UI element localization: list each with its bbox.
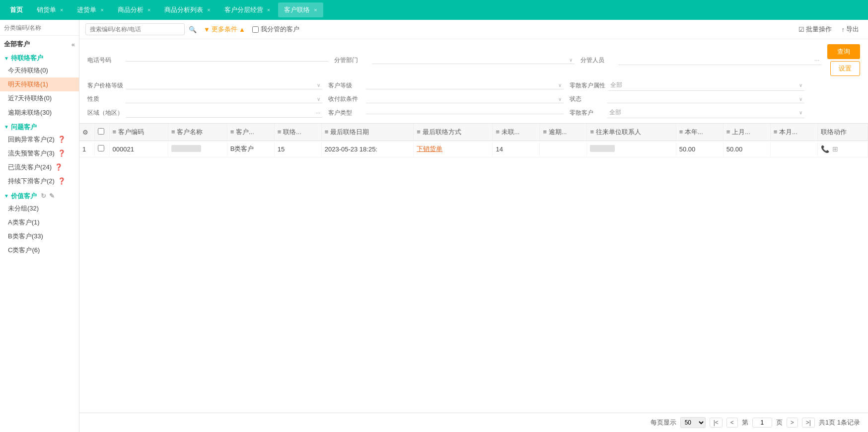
payment-select[interactable]: ∨ xyxy=(366,95,563,103)
nav-purchase[interactable]: 进货单 × xyxy=(71,2,109,17)
table-header-row: ⚙ ≡ 客户编码 ≡ 客户名称 ≡ 客户... ≡ 联络... ≡ 最后联络日期… xyxy=(79,124,868,141)
close-sales-icon[interactable]: × xyxy=(60,7,63,13)
first-page-button[interactable]: |< xyxy=(710,418,723,428)
phone-label: 电话号码 xyxy=(87,56,122,65)
customer-table: ⚙ ≡ 客户编码 ≡ 客户名称 ≡ 客户... ≡ 联络... ≡ 最后联络日期… xyxy=(79,124,868,157)
sidebar-item-overdue-contact[interactable]: 逾期未联络(30) xyxy=(0,106,79,120)
col-last-contact-date[interactable]: ≡ 最后联络日期 xyxy=(321,124,414,141)
sidebar-item-churned[interactable]: 已流失客户(24) ❓ xyxy=(0,160,79,174)
status-select[interactable]: ∨ xyxy=(607,95,804,103)
field-customer-type: 客户类型 xyxy=(328,109,563,117)
nav-goods-analysis-list[interactable]: 商品分析列表 × xyxy=(158,2,216,17)
close-customer-layer-icon[interactable]: × xyxy=(267,7,270,13)
row-checkbox[interactable] xyxy=(98,145,104,151)
col-last-month[interactable]: ≡ 上月... xyxy=(723,124,770,141)
retail-attr-arrow-icon: ∨ xyxy=(799,82,802,88)
filter-row-4: 区域（地区） ··· 客户类型 零散客户 全部 ∨ xyxy=(87,107,860,118)
col-company-contact[interactable]: ≡ 往来单位联系人 xyxy=(587,124,676,141)
cell-checkbox[interactable] xyxy=(94,141,109,157)
last-page-button[interactable]: >| xyxy=(802,418,815,428)
field-status: 状态 ∨ xyxy=(570,95,804,103)
manager-input[interactable]: ··· xyxy=(618,56,821,65)
prev-page-button[interactable]: < xyxy=(726,418,738,428)
customer-level-select[interactable]: ∨ xyxy=(366,81,563,89)
nav-customer-contact[interactable]: 客户联络 × xyxy=(278,2,323,17)
search-input[interactable] xyxy=(85,23,185,35)
cell-code: 000021 xyxy=(109,141,168,157)
col-this-month[interactable]: ≡ 本月... xyxy=(770,124,817,141)
col-last-contact-method[interactable]: ≡ 最后联络方式 xyxy=(414,124,493,141)
col-name[interactable]: ≡ 客户名称 xyxy=(168,124,227,141)
sidebar-item-repurchase-abnormal[interactable]: 回购异常客户(2) ❓ xyxy=(0,133,79,146)
sidebar-item-7days-contact[interactable]: 近7天待联络(0) xyxy=(0,91,79,105)
question-icon-2: ❓ xyxy=(58,149,66,157)
nav-home[interactable]: 首页 xyxy=(4,2,29,17)
all-customers-header[interactable]: 全部客户 « xyxy=(0,36,79,51)
batch-operation-button[interactable]: ☑ 批量操作 xyxy=(796,23,835,36)
close-purchase-icon[interactable]: × xyxy=(100,7,103,13)
cell-last-contact-date: 2023-05-23 18:25: xyxy=(321,141,414,157)
page-label: 第 xyxy=(742,418,748,427)
export-icon: ↑ xyxy=(842,26,845,33)
price-level-select[interactable]: ∨ xyxy=(126,81,322,89)
select-all-checkbox[interactable] xyxy=(98,128,104,135)
nav-sales[interactable]: 销货单 × xyxy=(31,2,69,17)
filter-row-3: 性质 ∨ 收付款条件 ∨ 状态 xyxy=(87,95,860,103)
col-overdue[interactable]: ≡ 逾期... xyxy=(540,124,587,141)
sidebar-item-ungrouped[interactable]: 未分组(32) xyxy=(0,202,79,216)
sidebar-search-input[interactable] xyxy=(4,24,78,31)
cell-last-contact-method[interactable]: 下销货单 xyxy=(414,141,493,157)
retail-customer-select[interactable]: 全部 ∨ xyxy=(607,107,804,118)
settings-button[interactable]: 设置 xyxy=(830,61,860,76)
triangle-icon-3: ▼ xyxy=(4,193,9,199)
sidebar-item-declining[interactable]: 持续下滑客户(2) ❓ xyxy=(0,174,79,188)
filter-actions: 查询 设置 xyxy=(827,44,860,76)
col-checkbox[interactable] xyxy=(94,124,109,141)
nav-goods-analysis[interactable]: 商品分析 × xyxy=(112,2,156,17)
sidebar-item-c-class[interactable]: C类客户(6) xyxy=(0,243,79,257)
question-icon-3: ❓ xyxy=(55,163,63,171)
collapse-icon[interactable]: « xyxy=(72,41,75,48)
col-type[interactable]: ≡ 客户... xyxy=(227,124,274,141)
my-customers-checkbox[interactable] xyxy=(252,26,259,33)
region-dots-icon: ··· xyxy=(315,109,320,116)
col-contact-count[interactable]: ≡ 联络... xyxy=(274,124,321,141)
close-customer-contact-icon[interactable]: × xyxy=(314,7,317,13)
sidebar-item-churn-warning[interactable]: 流失预警客户(3) ❓ xyxy=(0,146,79,160)
refresh-icon[interactable]: ↻ xyxy=(41,192,46,200)
nature-select[interactable]: ∨ xyxy=(125,95,322,103)
page-input[interactable] xyxy=(752,418,772,428)
export-button[interactable]: ↑ 导出 xyxy=(839,23,863,36)
region-input[interactable]: ··· xyxy=(126,108,322,118)
cell-type: B类客户 xyxy=(227,141,274,157)
my-customers-checkbox-label[interactable]: 我分管的客户 xyxy=(252,25,299,34)
query-button[interactable]: 查询 xyxy=(827,44,860,59)
col-code[interactable]: ≡ 客户编码 xyxy=(109,124,168,141)
manager-label: 分管人员 xyxy=(580,56,615,65)
dept-select[interactable]: ∨ xyxy=(372,56,575,64)
retail-customer-label: 零散客户 xyxy=(570,109,604,117)
col-uncontacted[interactable]: ≡ 未联... xyxy=(493,124,540,141)
action-phone-icon[interactable]: 📞 xyxy=(821,145,829,153)
sidebar-item-tomorrow-contact[interactable]: 明天待联络(1) xyxy=(0,77,79,91)
sidebar-item-a-class[interactable]: A类客户(1) xyxy=(0,216,79,229)
sidebar-item-today-contact[interactable]: 今天待联络(0) xyxy=(0,64,79,77)
search-icon[interactable]: 🔍 xyxy=(189,26,197,33)
col-settings[interactable]: ⚙ xyxy=(79,124,94,141)
close-goods-analysis-icon[interactable]: × xyxy=(147,7,150,13)
customer-level-arrow-icon: ∨ xyxy=(558,82,562,88)
close-goods-analysis-list-icon[interactable]: × xyxy=(207,7,210,13)
sidebar-item-b-class[interactable]: B类客户(33) xyxy=(0,229,79,243)
nav-customer-layer[interactable]: 客户分层经营 × xyxy=(218,2,276,17)
more-conditions-button[interactable]: ▼ 更多条件 ▲ xyxy=(201,23,248,36)
retail-attr-select[interactable]: 全部 ∨ xyxy=(608,80,804,91)
edit-icon[interactable]: ✎ xyxy=(49,192,55,200)
customer-type-input[interactable] xyxy=(366,112,563,114)
phone-input[interactable] xyxy=(125,59,328,62)
page-size-select[interactable]: 50 100 200 xyxy=(680,417,706,428)
next-page-button[interactable]: > xyxy=(787,418,798,428)
col-this-year[interactable]: ≡ 本年... xyxy=(676,124,723,141)
retail-customer-arrow-icon: ∨ xyxy=(799,110,802,115)
action-grid-icon[interactable]: ⊞ xyxy=(832,145,838,153)
pagination-bar: 每页显示 50 100 200 |< < 第 页 > >| 共1页 1条记录 xyxy=(79,413,868,432)
